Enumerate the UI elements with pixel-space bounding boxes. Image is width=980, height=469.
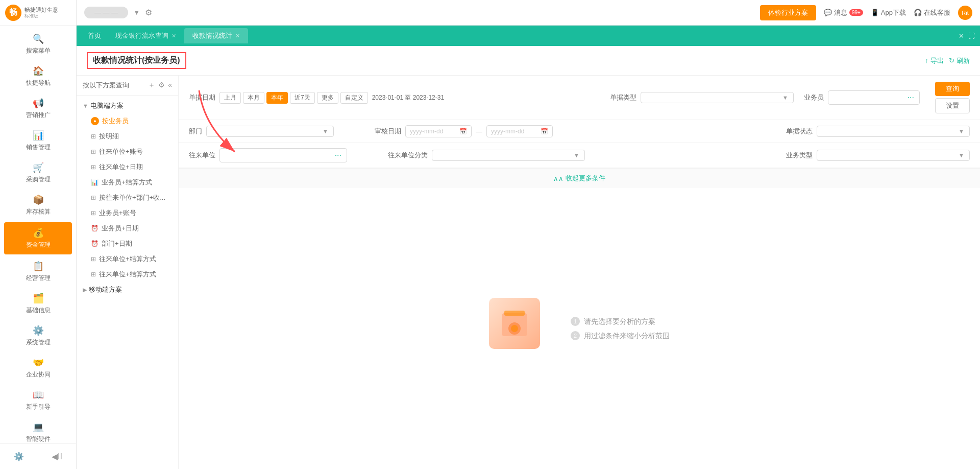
audit-date-from[interactable]: yyyy-mm-dd 📅 xyxy=(405,125,472,137)
salesman-select[interactable]: ··· xyxy=(828,90,920,105)
doc-status-select[interactable]: ▼ xyxy=(817,126,970,137)
message-action[interactable]: 💬 消息 99+ xyxy=(824,8,863,17)
calendar-from-icon[interactable]: 📅 xyxy=(459,128,467,135)
online-service-action[interactable]: 🎧 在线客服 xyxy=(914,8,950,17)
partner-dots[interactable]: ··· xyxy=(335,151,341,160)
scheme-item-icon-salesman: ● xyxy=(91,117,99,125)
scheme-item-unit-account[interactable]: ⊞ 往来单位+账号 xyxy=(77,144,178,159)
partner-cat-select[interactable]: ▼ xyxy=(432,150,585,161)
sidebar-settings-btn[interactable]: ⚙️ xyxy=(11,449,27,464)
sidebar-item-guide[interactable]: 📖 新手引导 xyxy=(0,384,76,416)
filter-partner-category: 往来单位分类 ▼ xyxy=(388,150,585,161)
filter-doc-type: 单据类型 ▼ xyxy=(610,92,794,103)
collapse-icon: ∧∧ xyxy=(553,175,564,182)
tab-receipt-stats[interactable]: 收款情况统计 ✕ xyxy=(184,28,248,43)
scheme-item-detail[interactable]: ⊞ 按明细 xyxy=(77,129,178,144)
finance-icon: 💰 xyxy=(33,227,44,239)
group-expand-arrow: ▼ xyxy=(83,103,88,109)
scheme-item-by-salesman[interactable]: ● 按业务员 xyxy=(77,113,178,129)
inventory-icon: 📦 xyxy=(33,194,44,205)
empty-illustration xyxy=(489,298,540,349)
scheme-group-desktop-header[interactable]: ▼ 电脑端方案 xyxy=(77,98,178,113)
audit-date-to[interactable]: yyyy-mm-dd 📅 xyxy=(486,125,553,137)
tab-home[interactable]: 首页 xyxy=(82,28,107,43)
marketing-icon: 📢 xyxy=(33,98,44,109)
dept-select[interactable]: ▼ xyxy=(206,126,334,137)
scheme-item-icon-dept-date: ⏰ xyxy=(91,240,99,247)
scheme-group-desktop: ▼ 电脑端方案 ● 按业务员 ⊞ 按明细 xyxy=(77,98,178,282)
tip-num-1: 1 xyxy=(571,317,580,326)
top-bar: — — — ▼ ⚙ 体验行业方案 💬 消息 99+ 📱 App下载 🎧 在线客服 xyxy=(77,0,980,26)
sidebar-item-hardware[interactable]: 💻 智能硬件 xyxy=(0,416,76,443)
scheme-item-unit-settle2[interactable]: ⊞ 往来单位+结算方式 xyxy=(77,267,178,282)
calendar-to-icon[interactable]: 📅 xyxy=(541,128,548,135)
export-btn[interactable]: ↑ 导出 xyxy=(925,56,944,65)
settings-gear-icon[interactable]: ⚙ xyxy=(145,8,152,17)
sidebar-item-enterprise[interactable]: 🤝 企业协同 xyxy=(0,352,76,384)
partner-select[interactable]: ··· xyxy=(219,148,347,162)
date-quick-group: 上月 本月 本年 近7天 更多 自定义 xyxy=(219,92,368,104)
scheme-group-mobile-header[interactable]: ▶ 移动端方案 xyxy=(77,282,178,297)
app-download-action[interactable]: 📱 App下载 xyxy=(871,8,906,17)
trial-btn[interactable]: 体验行业方案 xyxy=(760,5,816,20)
sidebar-item-search[interactable]: 🔍 搜索菜单 xyxy=(0,28,76,60)
tab-maximize-icon[interactable]: ⛶ xyxy=(968,32,975,40)
sidebar-item-marketing[interactable]: 📢 营销推广 xyxy=(0,92,76,125)
doc-status-label: 单据状态 xyxy=(786,127,813,136)
data-area: 1 请先选择要分析的方案 2 用过滤条件来缩小分析范围 xyxy=(179,188,980,469)
scheme-item-icon-sal-acct: ⊞ xyxy=(91,209,96,217)
enterprise-icon: 🤝 xyxy=(33,357,44,368)
scheme-item-unit-date[interactable]: ⊞ 往来单位+日期 xyxy=(77,159,178,175)
date-this-year-btn[interactable]: 本年 xyxy=(266,92,288,104)
user-avatar[interactable]: Rit xyxy=(958,6,972,20)
scheme-item-unit-dept[interactable]: ⊞ 按往来单位+部门+收... xyxy=(77,190,178,205)
partner-cat-chevron: ▼ xyxy=(574,152,579,158)
sidebar-collapse-btn[interactable]: ◀II xyxy=(49,449,65,464)
biz-type-label: 业务类型 xyxy=(786,151,813,160)
top-bar-left: — — — ▼ ⚙ xyxy=(84,7,152,18)
refresh-btn[interactable]: ↻ 刷新 xyxy=(949,56,970,65)
scheme-item-sal-account[interactable]: ⊞ 业务员+账号 xyxy=(77,205,178,221)
sidebar-item-purchase[interactable]: 🛒 采购管理 xyxy=(0,157,76,189)
system-icon: ⚙️ xyxy=(33,325,44,336)
scheme-settings-icon[interactable]: ⚙ xyxy=(158,81,165,90)
date-last7-btn[interactable]: 近7天 xyxy=(290,92,315,104)
message-badge: 99+ xyxy=(849,9,863,16)
settings-filter-btn[interactable]: 设置 xyxy=(935,98,970,113)
sidebar-item-finance[interactable]: 💰 资金管理 xyxy=(4,222,72,254)
scheme-item-salesman-settle[interactable]: 📊 业务员+结算方式 xyxy=(77,175,178,190)
tab-close-bank[interactable]: ✕ xyxy=(172,33,176,39)
sidebar-item-sales[interactable]: 📊 销售管理 xyxy=(0,125,76,157)
sidebar-item-system[interactable]: ⚙️ 系统管理 xyxy=(0,320,76,352)
scheme-item-dept-date[interactable]: ⏰ 部门+日期 xyxy=(77,236,178,251)
query-btn[interactable]: 查询 xyxy=(935,82,970,96)
scheme-collapse-icon[interactable]: « xyxy=(168,81,172,90)
sidebar-item-operation[interactable]: 📋 经营管理 xyxy=(0,255,76,288)
download-icon: 📱 xyxy=(871,9,879,16)
collapse-more-btn[interactable]: ∧∧ 收起更多条件 xyxy=(179,168,980,188)
scheme-add-icon[interactable]: ＋ xyxy=(148,81,155,90)
scheme-item-sal-date[interactable]: ⏰ 业务员+日期 xyxy=(77,221,178,236)
biz-type-select[interactable]: ▼ xyxy=(817,150,970,161)
tab-bar-right: ✕ ⛶ xyxy=(959,32,975,40)
sidebar-item-basic[interactable]: 🗂️ 基础信息 xyxy=(0,288,76,320)
doc-type-select[interactable]: ▼ xyxy=(641,92,794,103)
date-this-month-btn[interactable]: 本月 xyxy=(243,92,264,104)
scheme-item-unit-settle1[interactable]: ⊞ 往来单位+结算方式 xyxy=(77,251,178,267)
sidebar-item-quicknav[interactable]: 🏠 快捷导航 xyxy=(0,60,76,92)
salesman-dots[interactable]: ··· xyxy=(908,93,914,102)
tab-close-all-icon[interactable]: ✕ xyxy=(959,32,964,40)
hardware-icon: 💻 xyxy=(33,421,44,433)
logo-text: 畅捷通好生意 标准版 xyxy=(24,6,58,19)
date-more-btn[interactable]: 更多 xyxy=(317,92,338,104)
tab-bank-flow[interactable]: 现金银行流水查询 ✕ xyxy=(107,28,184,43)
dropdown-icon[interactable]: ▼ xyxy=(133,9,140,16)
sidebar-item-inventory[interactable]: 📦 库存核算 xyxy=(0,189,76,221)
date-last-month-btn[interactable]: 上月 xyxy=(219,92,241,104)
date-custom-btn[interactable]: 自定义 xyxy=(340,92,368,104)
tip-item-1: 1 请先选择要分析的方案 xyxy=(571,314,670,329)
page-header-actions: ↑ 导出 ↻ 刷新 xyxy=(925,56,970,65)
filter-audit-date: 审核日期 yyyy-mm-dd 📅 — yyyy-mm-dd 📅 xyxy=(375,125,553,137)
scheme-panel-header: 按以下方案查询 ＋ ⚙ « xyxy=(77,76,178,96)
tab-close-receipt[interactable]: ✕ xyxy=(235,33,240,39)
